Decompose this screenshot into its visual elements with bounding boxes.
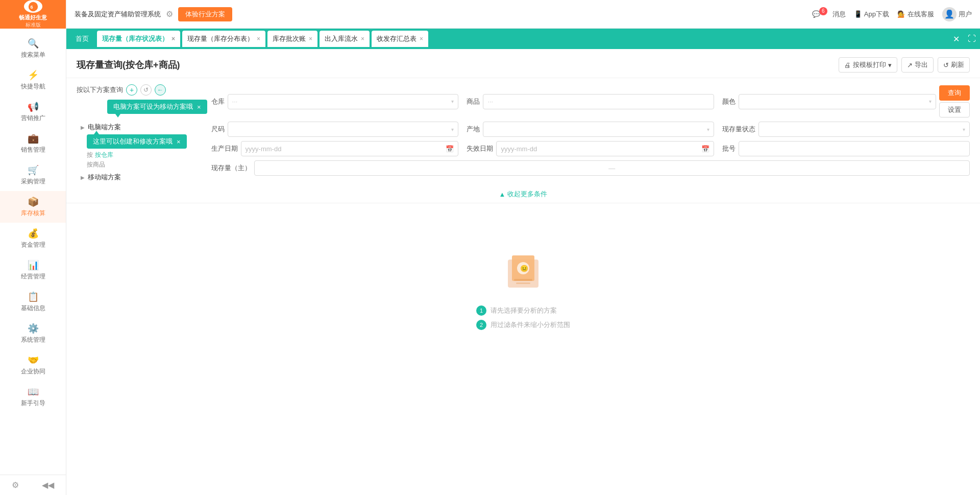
tab-close-4[interactable]: × (420, 35, 423, 42)
sidebar-item-label: 资金管理 (21, 241, 45, 249)
reset-button[interactable]: 设置 (939, 102, 970, 117)
guide-icon: 📖 (28, 386, 39, 397)
scheme-tree: ▶ 电脑端方案 这里可以创建和修改方案哦 × 按按仓库 (77, 121, 207, 183)
settings-footer-icon[interactable]: ⚙ (12, 480, 19, 490)
stock-main-from[interactable] (258, 164, 607, 172)
app-download-label: App下载 (864, 10, 889, 19)
refresh-button[interactable]: ↺ 刷新 (938, 57, 970, 73)
origin-select[interactable]: ▾ (483, 122, 714, 137)
sidebar-item-guide[interactable]: 📖 新手引导 (0, 381, 66, 413)
user-item[interactable]: 👤 用户 (942, 7, 972, 21)
sidebar-item-search[interactable]: 🔍 搜索菜单 (0, 33, 66, 64)
sidebar-item-nav[interactable]: ⚡ 快捷导航 (0, 64, 66, 96)
print-button[interactable]: 🖨 按模板打印 ▾ (839, 57, 897, 73)
sales-icon: 💼 (28, 133, 39, 144)
tab-label-4: 收发存汇总表 (377, 34, 416, 43)
stock-main-label: 现存量（主） (211, 163, 251, 173)
sidebar-item-finance[interactable]: 💰 资金管理 (0, 223, 66, 254)
svg-text:6: 6 (30, 4, 33, 9)
origin-label: 产地 (467, 125, 480, 134)
warehouse-select[interactable]: ··· ▾ (228, 94, 459, 109)
message-item[interactable]: 💬 6 消息 (812, 10, 846, 19)
batch-label: 批号 (722, 144, 736, 153)
basic-icon: 📋 (28, 291, 39, 302)
header-left: 装备及固定资产辅助管理系统 ⚙ 体验行业方案 (75, 7, 232, 21)
prod-date-input[interactable]: yyyy-mm-dd 📅 (241, 141, 459, 156)
batch-input[interactable] (739, 141, 970, 156)
refresh-scheme-button[interactable]: ↺ (140, 84, 152, 96)
settings-icon[interactable]: ⚙ (166, 9, 173, 19)
tab-maximize-icon[interactable]: ⛶ (966, 34, 978, 43)
tab-close-2[interactable]: × (309, 35, 312, 42)
experience-button[interactable]: 体验行业方案 (178, 7, 232, 21)
scheme-tooltip-close[interactable]: × (197, 103, 201, 111)
tab-label-1: 现存量（库存分布表） (187, 34, 254, 43)
arrow-scheme-button[interactable]: ← (155, 84, 166, 96)
edit-tooltip-close[interactable]: × (177, 138, 181, 146)
tab-item-4[interactable]: 收发存汇总表 × (372, 31, 428, 47)
size-label: 尺码 (211, 125, 225, 134)
sidebar-item-sales[interactable]: 💼 销售管理 (0, 128, 66, 159)
search-button[interactable]: 查询 (939, 85, 970, 101)
sidebar-item-system[interactable]: ⚙️ 系统管理 (0, 318, 66, 349)
svg-text:😐: 😐 (520, 264, 529, 273)
empty-step-2: 2 用过滤条件来缩小分析范围 (476, 320, 570, 330)
sidebar-item-marketing[interactable]: 📢 营销推广 (0, 96, 66, 128)
stock-main-to[interactable] (617, 164, 966, 172)
sidebar-item-operations[interactable]: 📊 经营管理 (0, 254, 66, 286)
size-select[interactable]: ▾ (228, 122, 459, 137)
filter-section: 按以下方案查询 + ↺ ← 电脑方案可设为移动方案哦 × ▶ 电脑 (66, 78, 980, 203)
inventory-icon: 📦 (28, 196, 39, 207)
add-scheme-button[interactable]: + (126, 84, 137, 96)
collapse-sidebar-icon[interactable]: ◀◀ (42, 480, 54, 490)
sidebar-item-label: 营销推广 (21, 114, 45, 123)
print-icon: 🖨 (844, 61, 851, 69)
color-select[interactable]: ▾ (739, 94, 936, 109)
goods-select[interactable]: ··· (483, 94, 714, 109)
mobile-scheme-item[interactable]: ▶ 移动端方案 (77, 171, 207, 183)
tab-close-3[interactable]: × (361, 35, 364, 42)
user-avatar: 👤 (942, 7, 957, 21)
sidebar-item-label: 企业协同 (21, 367, 45, 376)
goods-field: 商品 ··· (467, 94, 714, 109)
tab-item-2[interactable]: 库存批次账 × (267, 31, 317, 47)
sidebar-item-basic[interactable]: 📋 基础信息 (0, 286, 66, 318)
print-label: 按模板打印 (853, 60, 886, 69)
tab-close-0[interactable]: × (172, 35, 175, 42)
sidebar-item-collab[interactable]: 🤝 企业协同 (0, 349, 66, 381)
sidebar-footer: ⚙ ◀◀ (0, 475, 66, 495)
finance-icon: 💰 (28, 228, 39, 239)
sidebar-item-purchase[interactable]: 🛒 采购管理 (0, 159, 66, 191)
sidebar-item-label: 新手引导 (21, 399, 45, 408)
edit-tooltip-text: 这里可以创建和修改方案哦 (93, 137, 173, 146)
collapse-label: 收起更多条件 (507, 190, 547, 199)
stock-status-select[interactable]: ▾ (758, 122, 970, 137)
refresh-label: 刷新 (951, 60, 964, 69)
collapse-button[interactable]: ▲ 收起更多条件 (77, 185, 970, 203)
search-menu-icon: 🔍 (28, 38, 39, 49)
step-num-1: 1 (476, 305, 486, 316)
tab-item-3[interactable]: 出入库流水 × (320, 31, 370, 47)
page-title: 现存量查询(按仓库+商品) (77, 59, 180, 71)
tab-close-all-icon[interactable]: ✕ (951, 34, 962, 44)
stock-status-field: 现存量状态 ▾ (722, 122, 970, 137)
tab-item-0[interactable]: 现存量（库存状况表） × (97, 31, 180, 47)
tab-item-1[interactable]: 现存量（库存分布表） × (182, 31, 265, 47)
sidebar-item-label: 搜索菜单 (21, 51, 45, 59)
stock-status-arrow: ▾ (963, 127, 965, 132)
color-field: 颜色 ▾ (722, 94, 936, 109)
expire-date-input[interactable]: yyyy-mm-dd 📅 (496, 141, 714, 156)
sidebar: 6 畅通好生意 标准版 🔍 搜索菜单 ⚡ 快捷导航 📢 营销推广 💼 销售管理 … (0, 0, 66, 495)
online-support-item[interactable]: 💁 在线客服 (897, 10, 934, 19)
phone-icon: 📱 (854, 10, 862, 18)
app-download-item[interactable]: 📱 App下载 (854, 10, 889, 19)
export-button[interactable]: ↗ 导出 (901, 57, 934, 73)
sidebar-item-inventory[interactable]: 📦 库存核算 (0, 191, 66, 223)
origin-arrow: ▾ (707, 127, 709, 132)
system-name: 装备及固定资产辅助管理系统 (75, 10, 161, 19)
color-arrow: ▾ (929, 99, 932, 104)
tab-label-2: 库存批次账 (273, 34, 306, 43)
tab-close-1[interactable]: × (257, 35, 260, 42)
color-label: 颜色 (722, 97, 736, 106)
tab-home[interactable]: 首页 (68, 29, 96, 49)
